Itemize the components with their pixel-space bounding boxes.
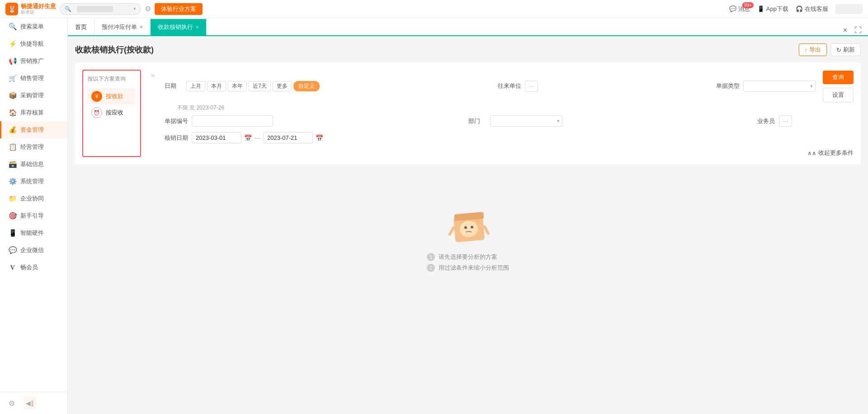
tip-1-text: 请先选择要分析的方案: [439, 253, 497, 261]
svg-point-4: [471, 226, 473, 228]
app-sub: 标准版: [21, 10, 56, 15]
dept-select-wrapper: [490, 115, 562, 127]
receivable-icon: ⏰: [91, 107, 102, 118]
filter-option-by-receivable[interactable]: ⏰ 按应收: [88, 105, 136, 121]
main-layout: 🔍 搜索菜单 ⚡ 快捷导航 📢 营销推广 🛒 销售管理 📦 采购管理 🏠 库存核…: [0, 18, 868, 414]
date-btn-custom[interactable]: 自定义: [293, 81, 320, 91]
sidebar-bottom: ⚙ ◀‖: [0, 392, 67, 414]
solution-button[interactable]: 体验行业方案: [155, 3, 203, 15]
empty-tip-2: 2 用过滤条件来缩小分析范围: [427, 264, 509, 272]
docno-label: 单据编号: [165, 117, 188, 125]
sidebar: 🔍 搜索菜单 ⚡ 快捷导航 📢 营销推广 🛒 销售管理 📦 采购管理 🏠 库存核…: [0, 18, 68, 414]
app-name: 畅捷通好生意: [21, 3, 56, 10]
top-bar: 🐰 畅捷通好生意 标准版 🔍 ▾ ⚙ 体验行业方案 💬 消息 99+ 📱 App…: [0, 0, 868, 18]
search-bar[interactable]: 🔍 ▾: [60, 3, 141, 15]
query-button[interactable]: 查询: [823, 71, 854, 84]
empty-tip-1: 1 请先选择要分析的方案: [427, 253, 509, 261]
sidebar-item-wechat[interactable]: 💬 企业微信: [0, 242, 67, 259]
sidebar-item-collab[interactable]: 📁 企业协同: [0, 190, 67, 207]
box-icon: 📦: [9, 91, 17, 100]
message-badge: 99+: [742, 2, 754, 8]
tab-verify-label: 收款核销执行: [158, 23, 193, 31]
tab-close-all-icon[interactable]: ×: [840, 25, 850, 35]
date-btn-thismonth[interactable]: 本月: [207, 81, 226, 91]
partner-select-btn[interactable]: ···: [525, 81, 538, 92]
sidebar-item-finance[interactable]: 💰 资金管理: [0, 121, 67, 138]
sidebar-item-inventory[interactable]: 🏠 库存核算: [0, 104, 67, 121]
tab-verify-close[interactable]: ×: [196, 24, 199, 30]
search-value: [77, 6, 113, 12]
money-icon: 💰: [9, 126, 17, 134]
settings-icon[interactable]: ⚙: [145, 5, 151, 13]
page-content: 收款核销执行(按收款) ↑ 导出 ↻ 刷新 按以下方案查询: [68, 36, 868, 414]
verify-date-label: 核销日期: [165, 134, 188, 142]
export-icon: ↑: [805, 47, 808, 53]
sidebar-item-label: 采购管理: [20, 91, 44, 100]
target-icon: 🎯: [9, 212, 17, 220]
tab-bar-actions: × ⛶: [840, 25, 868, 35]
sidebar-item-label: 系统管理: [20, 177, 44, 186]
date-btn-more[interactable]: 更多: [273, 81, 292, 91]
verify-date-field: 核销日期 📅 — 📅: [165, 132, 323, 143]
sidebar-item-purchase[interactable]: 📦 采购管理: [0, 87, 67, 104]
page-header-actions: ↑ 导出 ↻ 刷新: [799, 43, 861, 56]
app-logo: 🐰 畅捷通好生意 标准版: [5, 3, 56, 15]
filter-scheme-selector: 按以下方案查询 ¥ 按收款 ⏰ 按应收: [82, 70, 141, 157]
sidebar-item-member[interactable]: V 畅会员: [0, 259, 67, 276]
calendar-start-icon[interactable]: 📅: [244, 134, 252, 142]
refresh-button[interactable]: ↻ 刷新: [830, 43, 861, 56]
tab-prepay[interactable]: 预付冲应付单 ×: [94, 19, 151, 35]
user-info[interactable]: [835, 4, 863, 14]
refresh-icon: ↻: [836, 47, 841, 53]
app-download-action[interactable]: 📱 App下载: [757, 5, 788, 13]
sidebar-item-hardware[interactable]: 📱 智能硬件: [0, 224, 67, 242]
headset-icon: 🎧: [796, 5, 803, 12]
empty-illustration: ?: [445, 200, 491, 246]
export-button[interactable]: ↑ 导出: [799, 43, 827, 56]
date-no-limit-text: 不限 至 2023-07-26: [177, 105, 224, 111]
filter-collapse-btn[interactable]: »: [148, 70, 157, 157]
sidebar-item-search[interactable]: 🔍 搜索菜单: [0, 18, 67, 35]
collapse-more-btn[interactable]: ∧∧ 收起更多条件: [165, 149, 854, 157]
sidebar-collapse-icon[interactable]: ◀‖: [24, 397, 36, 409]
mobile-icon: 📱: [757, 5, 764, 12]
staff-select-btn[interactable]: ···: [779, 115, 792, 127]
setting-button[interactable]: 设置: [823, 88, 854, 102]
tab-expand-icon[interactable]: ⛶: [852, 25, 864, 35]
verify-date-end-input[interactable]: [263, 132, 313, 143]
tab-home[interactable]: 首页: [68, 19, 94, 35]
sidebar-item-system[interactable]: ⚙️ 系统管理: [0, 173, 67, 190]
online-service-action[interactable]: 🎧 在线客服: [796, 5, 828, 13]
dept-select[interactable]: [490, 115, 562, 127]
sidebar-item-label: 快捷导航: [20, 40, 44, 48]
wechat-icon: 💬: [9, 246, 17, 254]
page-title: 收款核销执行(按收款): [75, 44, 154, 55]
sidebar-item-guide[interactable]: 🎯 新手引导: [0, 207, 67, 224]
sidebar-item-sales[interactable]: 🛒 销售管理: [0, 70, 67, 87]
filter-option-by-receipt[interactable]: ¥ 按收款: [88, 88, 136, 105]
sidebar-item-label: 企业协同: [20, 195, 44, 203]
filter-option-receivable-label: 按应收: [106, 109, 123, 117]
verify-date-start-input[interactable]: [192, 132, 241, 143]
sidebar-item-basic-info[interactable]: 🗃️ 基础信息: [0, 156, 67, 173]
date-btn-7days[interactable]: 近7天: [249, 81, 271, 91]
form-actions: 查询 设置: [823, 70, 854, 102]
tab-verify[interactable]: 收款核销执行 ×: [151, 19, 207, 35]
gear-icon: ⚙️: [9, 177, 17, 186]
message-action[interactable]: 💬 消息 99+: [729, 5, 750, 13]
sidebar-item-management[interactable]: 📋 经营管理: [0, 138, 67, 156]
page-header: 收款核销执行(按收款) ↑ 导出 ↻ 刷新: [75, 43, 861, 56]
calendar-end-icon[interactable]: 📅: [316, 134, 323, 142]
tab-prepay-close[interactable]: ×: [140, 24, 143, 30]
sidebar-item-label: 销售管理: [20, 74, 44, 82]
svg-text:?: ?: [476, 218, 480, 225]
sidebar-item-quicknav[interactable]: ⚡ 快捷导航: [0, 35, 67, 52]
doctype-select[interactable]: [743, 81, 816, 92]
date-btn-lastmonth[interactable]: 上月: [186, 81, 205, 91]
sidebar-settings-icon[interactable]: ⚙: [5, 397, 18, 409]
empty-svg: ?: [445, 200, 495, 250]
date-btn-thisyear[interactable]: 本年: [228, 81, 247, 91]
docno-input[interactable]: [192, 115, 273, 127]
sidebar-item-marketing[interactable]: 📢 营销推广: [0, 52, 67, 70]
tab-prepay-label: 预付冲应付单: [102, 23, 137, 31]
